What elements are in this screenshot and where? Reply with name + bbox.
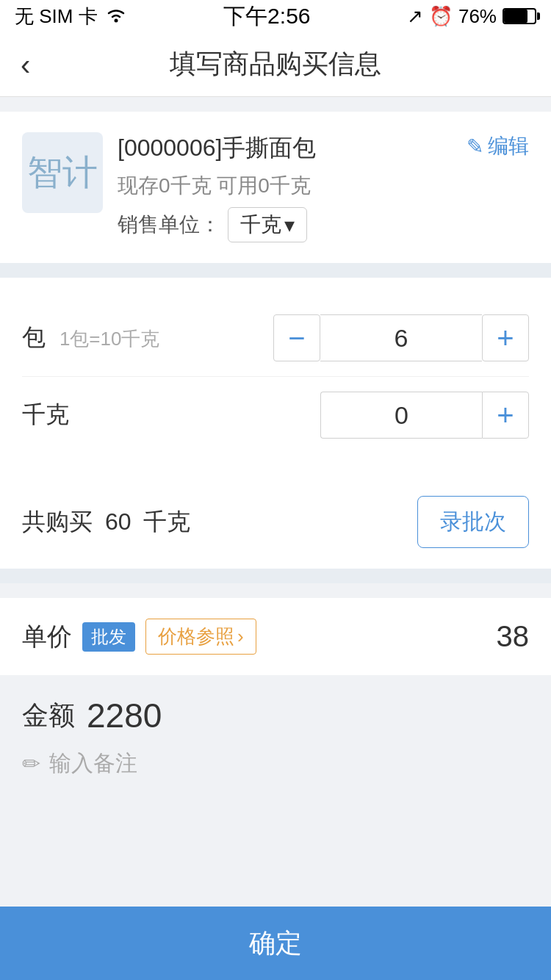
note-placeholder: 输入备注	[49, 749, 137, 779]
total-label-text: 共购买	[22, 508, 93, 535]
qty-label-text-bag: 包	[22, 324, 46, 350]
unit-dropdown[interactable]: 千克 ▾	[228, 207, 307, 242]
status-bar-time: 下午2:56	[223, 1, 310, 32]
qty-label-bag: 包 1包=10千克	[22, 322, 159, 354]
carrier-text: 无 SIM 卡	[15, 4, 98, 29]
qty-row-kg: 千克 +	[22, 377, 529, 453]
battery-percent: 76%	[458, 5, 497, 28]
qty-label-kg: 千克	[22, 399, 69, 431]
price-left: 单价 批发 价格参照 ›	[22, 619, 256, 655]
qty-input-bag[interactable]	[320, 314, 482, 361]
edit-label: 编辑	[488, 132, 529, 160]
amount-row: 金额 2280	[22, 696, 529, 735]
price-ref-button[interactable]: 价格参照 ›	[145, 619, 256, 655]
status-bar-left: 无 SIM 卡	[15, 4, 127, 29]
price-section: 单价 批发 价格参照 › 38	[0, 598, 551, 675]
back-button[interactable]: ‹	[21, 50, 30, 79]
alarm-icon: ⏰	[429, 5, 453, 28]
section-divider-2	[0, 569, 551, 583]
section-divider-1	[0, 263, 551, 278]
qty-decrement-bag[interactable]: −	[273, 314, 320, 361]
note-row[interactable]: ✏ 输入备注	[22, 749, 529, 779]
qty-increment-kg[interactable]: +	[482, 392, 529, 439]
edit-icon: ✎	[467, 134, 483, 159]
product-logo: 智计	[27, 149, 98, 196]
total-label: 共购买 60 千克	[22, 506, 190, 538]
amount-label: 金额	[22, 698, 75, 734]
qty-label-text-kg: 千克	[22, 401, 69, 428]
status-bar-right: ↗ ⏰ 76%	[407, 5, 536, 28]
total-unit: 千克	[143, 508, 190, 535]
edit-note-icon: ✏	[22, 751, 40, 777]
confirm-button[interactable]: 确定	[0, 907, 551, 980]
page-title: 填写商品购买信息	[170, 46, 381, 82]
qty-sublabel-bag: 1包=10千克	[60, 328, 160, 350]
price-ref-label: 价格参照	[158, 624, 234, 649]
battery-icon	[503, 8, 536, 24]
qty-row-bag: 包 1包=10千克 − +	[22, 300, 529, 377]
wifi-icon	[105, 5, 127, 28]
nav-bar: ‹ 填写商品购买信息	[0, 32, 551, 97]
product-stock: 现存0千克 可用0千克	[118, 172, 529, 200]
qty-control-bag: − +	[273, 314, 529, 361]
product-unit-row: 销售单位： 千克 ▾	[118, 207, 529, 242]
product-card: 智计 [0000006]手撕面包 现存0千克 可用0千克 销售单位： 千克 ▾ …	[0, 112, 551, 263]
amount-value: 2280	[87, 696, 162, 735]
price-value: 38	[497, 620, 530, 653]
qty-control-kg: +	[320, 392, 529, 439]
qty-input-kg[interactable]	[320, 392, 482, 439]
location-icon: ↗	[407, 5, 423, 28]
unit-value: 千克	[240, 211, 281, 239]
amount-section: 金额 2280 ✏ 输入备注	[0, 675, 551, 799]
dropdown-arrow-icon: ▾	[284, 213, 295, 237]
total-section: 共购买 60 千克 录批次	[0, 475, 551, 569]
product-thumbnail: 智计	[22, 132, 103, 213]
status-bar: 无 SIM 卡 下午2:56 ↗ ⏰ 76%	[0, 0, 551, 32]
record-batch-button[interactable]: 录批次	[417, 496, 529, 548]
qty-increment-bag[interactable]: +	[482, 314, 529, 361]
price-ref-arrow-icon: ›	[237, 625, 244, 648]
svg-point-0	[114, 18, 118, 22]
batch-badge: 批发	[82, 622, 135, 652]
price-label: 单价	[22, 620, 72, 654]
unit-label: 销售单位：	[118, 211, 220, 239]
qty-section: 包 1包=10千克 − + 千克 +	[0, 278, 551, 475]
total-value: 60	[105, 508, 132, 535]
edit-button[interactable]: ✎ 编辑	[467, 132, 529, 160]
